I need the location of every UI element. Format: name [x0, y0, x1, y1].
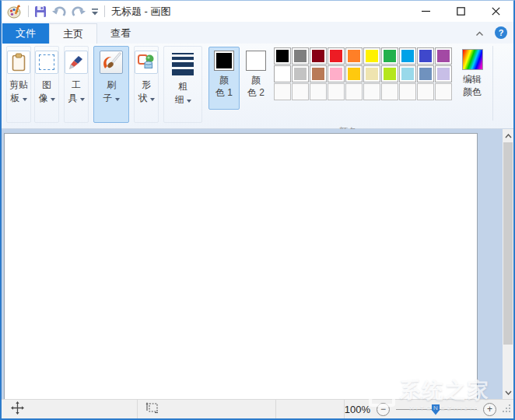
selection-size-section [137, 400, 276, 418]
palette-swatch-empty[interactable] [381, 83, 398, 100]
palette-swatch-empty[interactable] [292, 83, 309, 100]
dropdown-arrow-icon [115, 98, 120, 101]
palette-swatch[interactable] [274, 65, 291, 82]
dropdown-arrow-icon [80, 98, 85, 101]
palette-swatch-empty[interactable] [345, 83, 363, 100]
group-separator [492, 46, 493, 121]
color2-label: 颜 色 2 [247, 74, 265, 99]
palette-swatch[interactable] [399, 65, 416, 82]
vertical-scrollbar[interactable] [503, 129, 513, 399]
title-bar: 无标题 - 画图 [2, 1, 513, 22]
zoom-in-icon[interactable]: + [483, 403, 496, 416]
scroll-down-icon[interactable] [503, 386, 513, 399]
scroll-up-icon[interactable] [503, 129, 513, 142]
tools-button[interactable]: 工 具 [64, 46, 89, 123]
palette-swatch-empty[interactable] [310, 83, 327, 100]
quick-access-toolbar [2, 5, 105, 19]
qat-separator [104, 5, 105, 17]
brushes-label: 刷 子 [103, 79, 120, 105]
work-area [2, 129, 513, 399]
tools-label: 工 具 [68, 79, 85, 105]
palette-swatch[interactable] [435, 47, 452, 65]
scrollbar-thumb[interactable] [503, 142, 513, 345]
tab-row-right: ? [475, 26, 507, 40]
clipboard-label: 剪贴 板 [9, 79, 28, 105]
undo-icon[interactable] [52, 5, 66, 17]
tab-home[interactable]: 主页 [49, 23, 97, 44]
redo-icon[interactable] [72, 5, 86, 17]
pencil-tool-icon [65, 51, 88, 74]
palette-swatch[interactable] [363, 65, 380, 82]
drawing-canvas[interactable] [4, 133, 478, 399]
color1-button[interactable]: 颜 色 1 [208, 47, 240, 110]
line-size-icon [172, 53, 194, 75]
palette-swatch[interactable] [345, 65, 363, 82]
color2-button[interactable]: 颜 色 2 [243, 47, 269, 110]
color2-swatch [246, 51, 266, 71]
edit-colors-button[interactable]: 编辑 颜色 [457, 47, 488, 98]
zoom-out-icon[interactable]: − [377, 403, 390, 416]
palette-swatch[interactable] [399, 47, 416, 65]
dropdown-arrow-icon [150, 98, 155, 101]
palette-swatch-empty[interactable] [274, 83, 291, 100]
size-button[interactable]: 粗 细 [163, 46, 202, 123]
zoom-slider[interactable] [396, 403, 477, 416]
palette-swatch-empty[interactable] [417, 83, 434, 100]
palette-swatch[interactable] [310, 47, 327, 65]
edit-colors-label: 编辑 颜色 [463, 73, 482, 98]
close-button[interactable] [478, 1, 513, 22]
color-palette-grid [274, 47, 452, 100]
palette-swatch[interactable] [292, 65, 309, 82]
palette-swatch[interactable] [328, 47, 345, 65]
zoom-section: 100% − + [344, 400, 513, 418]
dropdown-arrow-icon [187, 100, 191, 103]
palette-swatch[interactable] [417, 65, 434, 82]
paint-app-icon[interactable] [7, 5, 23, 19]
palette-swatch[interactable] [435, 65, 452, 82]
brushes-button[interactable]: 刷 子 [93, 46, 129, 123]
window-controls [408, 1, 513, 22]
brush-icon [100, 51, 123, 74]
zoom-slider-handle[interactable] [432, 404, 440, 415]
ribbon-tab-row: 文件 主页 查看 ? [2, 22, 513, 44]
zoom-level: 100% [345, 404, 370, 415]
resize-grip[interactable] [502, 402, 511, 416]
tab-file[interactable]: 文件 [2, 23, 49, 44]
palette-swatch[interactable] [417, 47, 434, 65]
palette-swatch[interactable] [363, 47, 380, 65]
qat-separator [28, 5, 29, 17]
dropdown-arrow-icon [51, 98, 55, 101]
minimize-button[interactable] [408, 1, 443, 22]
help-icon[interactable]: ? [495, 26, 507, 39]
save-icon[interactable] [34, 5, 47, 18]
palette-swatch-empty[interactable] [435, 83, 452, 100]
paint-window: 无标题 - 画图 文件 主页 查看 ? [0, 0, 515, 420]
palette-swatch-empty[interactable] [363, 83, 380, 100]
qat-customize-dropdown-icon[interactable] [91, 8, 99, 16]
status-bar: 100% − + [2, 399, 513, 418]
image-size-section [275, 400, 343, 418]
tab-view[interactable]: 查看 [97, 23, 144, 44]
palette-swatch[interactable] [345, 47, 363, 65]
palette-swatch[interactable] [310, 65, 327, 82]
collapse-ribbon-icon[interactable] [475, 26, 484, 40]
selection-size-icon [145, 401, 159, 417]
cursor-position-icon [11, 401, 24, 418]
palette-swatch[interactable] [381, 65, 398, 82]
image-button[interactable]: 图 像 [34, 46, 59, 123]
palette-swatch[interactable] [292, 47, 309, 65]
window-title: 无标题 - 画图 [111, 5, 171, 19]
maximize-button[interactable] [443, 1, 478, 22]
color1-swatch [214, 51, 234, 71]
palette-swatch[interactable] [274, 47, 291, 65]
dropdown-arrow-icon [23, 98, 27, 101]
shapes-button[interactable]: 形 状 [134, 46, 159, 123]
clipboard-icon [7, 51, 30, 74]
palette-swatch[interactable] [381, 47, 398, 65]
color1-label: 颜 色 1 [215, 74, 233, 99]
palette-swatch-empty[interactable] [328, 83, 345, 100]
clipboard-button[interactable]: 剪贴 板 [6, 46, 31, 123]
palette-swatch-empty[interactable] [399, 83, 416, 100]
edit-colors-icon [462, 49, 483, 70]
palette-swatch[interactable] [328, 65, 345, 82]
